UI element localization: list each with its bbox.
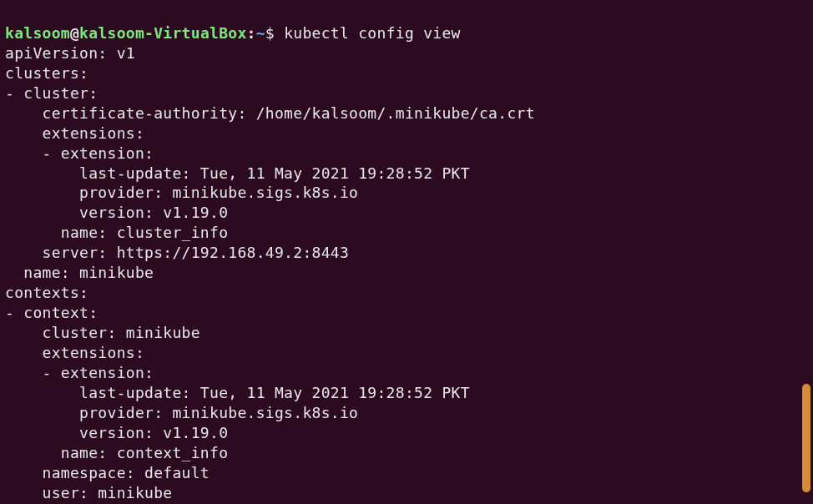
output-line: name: context_info: [5, 444, 228, 461]
output-line: last-update: Tue, 11 May 2021 19:28:52 P…: [5, 164, 470, 182]
command-text: kubectl config view: [275, 24, 461, 42]
output-line: certificate-authority: /home/kalsoom/.mi…: [5, 104, 535, 122]
output-line: server: https://192.168.49.2:8443: [5, 244, 349, 261]
terminal-output[interactable]: kalsoom@kalsoom-VirtualBox:~$ kubectl co…: [5, 3, 808, 504]
output-line: provider: minikube.sigs.k8s.io: [5, 404, 358, 421]
prompt-host: kalsoom-VirtualBox: [79, 24, 246, 42]
output-line: name: cluster_info: [5, 224, 228, 241]
output-line: - extension:: [5, 144, 154, 162]
prompt-line: kalsoom@kalsoom-VirtualBox:~$ kubectl co…: [5, 24, 461, 42]
output-line: contexts:: [5, 284, 88, 301]
prompt-symbol: $: [265, 24, 275, 42]
prompt-separator: :: [247, 24, 256, 42]
prompt-path: ~: [256, 24, 265, 42]
output-line: - extension:: [5, 364, 154, 381]
output-line: apiVersion: v1: [5, 44, 135, 62]
output-line: last-update: Tue, 11 May 2021 19:28:52 P…: [5, 384, 470, 401]
output-line: name: minikube: [5, 264, 154, 281]
output-line: clusters:: [5, 64, 88, 82]
output-line: - context:: [5, 304, 98, 321]
output-line: - cluster:: [5, 84, 98, 102]
output-line: version: v1.19.0: [5, 204, 228, 221]
output-line: provider: minikube.sigs.k8s.io: [5, 184, 358, 201]
scrollbar-thumb[interactable]: [802, 384, 810, 492]
output-line: user: minikube: [5, 484, 172, 501]
output-line: extensions:: [5, 344, 144, 361]
prompt-at: @: [70, 24, 79, 42]
output-line: cluster: minikube: [5, 324, 200, 341]
output-line: extensions:: [5, 124, 144, 142]
output-line: version: v1.19.0: [5, 424, 228, 441]
output-line: namespace: default: [5, 464, 210, 481]
prompt-user: kalsoom: [5, 24, 70, 42]
